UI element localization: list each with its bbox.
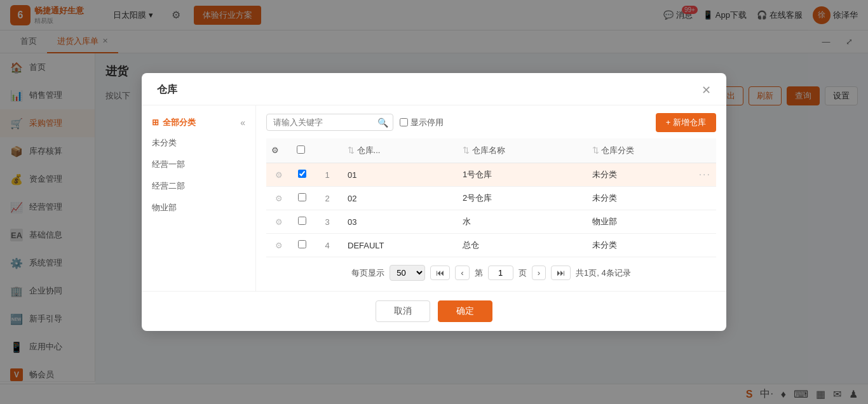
th-category: ⇅ 仓库分类 bbox=[587, 138, 716, 163]
row-gear: ⚙ bbox=[266, 234, 292, 257]
row-check[interactable] bbox=[292, 163, 312, 187]
row-gear: ⚙ bbox=[266, 187, 292, 210]
page-last-btn[interactable]: ⏭ bbox=[551, 266, 571, 280]
row-checkbox[interactable] bbox=[298, 170, 306, 178]
show-disabled-checkbox[interactable]: 显示停用 bbox=[400, 117, 444, 128]
pagination: 每页显示 50 10 20 100 ⏮ ‹ 第 页 › ⏭ 共1页, 4条记录 bbox=[266, 257, 716, 283]
th-code: ⇅ 仓库... bbox=[342, 138, 458, 163]
table-scroll: ⚙ ⇅ 仓库... ⇅ 仓库名称 bbox=[266, 138, 716, 258]
row-check[interactable] bbox=[292, 187, 312, 210]
table-header-row: ⚙ ⇅ 仓库... ⇅ 仓库名称 bbox=[266, 138, 716, 163]
all-categories-btn[interactable]: ⊞ 全部分类 bbox=[152, 117, 196, 128]
dialog-close-icon[interactable]: ✕ bbox=[702, 83, 711, 97]
dialog-body: ⊞ 全部分类 « 未分类 经营一部 经营二部 物业部 bbox=[142, 105, 726, 292]
th-no bbox=[312, 138, 342, 163]
row-check[interactable] bbox=[292, 234, 312, 257]
confirm-btn[interactable]: 确定 bbox=[438, 300, 492, 322]
table-row[interactable]: ⚙ 2 02 2号仓库 未分类 bbox=[266, 187, 716, 210]
per-page-select[interactable]: 50 10 20 100 bbox=[390, 265, 425, 281]
row-name: 2号仓库 bbox=[458, 187, 587, 210]
row-code: 01 bbox=[342, 163, 458, 187]
row-actions[interactable]: ··· bbox=[699, 169, 711, 180]
cancel-btn[interactable]: 取消 bbox=[376, 300, 430, 322]
row-gear: ⚙ bbox=[266, 163, 292, 187]
table-panel: 🔍 显示停用 + 新增仓库 ⚙ bbox=[256, 105, 726, 292]
table-row[interactable]: ⚙ 3 03 水 物业部 bbox=[266, 210, 716, 234]
row-category: 未分类 ··· bbox=[587, 163, 716, 187]
th-check bbox=[292, 138, 312, 163]
row-category: 未分类 bbox=[587, 234, 716, 257]
row-checkbox[interactable] bbox=[298, 217, 306, 225]
row-name: 1号仓库 bbox=[458, 163, 587, 187]
row-gear-icon: ⚙ bbox=[275, 217, 283, 227]
row-no: 2 bbox=[312, 187, 342, 210]
row-check[interactable] bbox=[292, 210, 312, 234]
row-code: 03 bbox=[342, 210, 458, 234]
search-input[interactable] bbox=[266, 114, 393, 131]
row-code: 02 bbox=[342, 187, 458, 210]
row-category: 物业部 bbox=[587, 210, 716, 234]
row-name: 总仓 bbox=[458, 234, 587, 257]
row-name: 水 bbox=[458, 210, 587, 234]
cat-item-property[interactable]: 物业部 bbox=[142, 197, 255, 219]
dialog-header: 仓库 ✕ bbox=[142, 73, 726, 105]
dialog-footer: 取消 确定 bbox=[142, 291, 726, 331]
show-disabled-check[interactable] bbox=[400, 118, 408, 126]
page-first-btn[interactable]: ⏮ bbox=[430, 266, 450, 280]
row-gear-icon: ⚙ bbox=[275, 194, 283, 203]
category-header: ⊞ 全部分类 « bbox=[142, 113, 255, 132]
row-no: 1 bbox=[312, 163, 342, 187]
add-warehouse-btn[interactable]: + 新增仓库 bbox=[656, 113, 716, 132]
page-prev-btn[interactable]: ‹ bbox=[455, 266, 469, 280]
row-checkbox[interactable] bbox=[298, 193, 306, 201]
dialog-title: 仓库 bbox=[157, 83, 177, 97]
row-gear-icon: ⚙ bbox=[275, 170, 283, 180]
th-name: ⇅ 仓库名称 bbox=[458, 138, 587, 163]
warehouse-table: ⚙ ⇅ 仓库... ⇅ 仓库名称 bbox=[266, 138, 716, 258]
page-input[interactable] bbox=[488, 266, 513, 280]
table-toolbar: 🔍 显示停用 + 新增仓库 bbox=[266, 113, 716, 132]
category-collapse-icon[interactable]: « bbox=[240, 118, 245, 128]
table-row[interactable]: ⚙ 4 DEFAULT 总仓 未分类 bbox=[266, 234, 716, 257]
modal-overlay: 仓库 ✕ ⊞ 全部分类 « 未分类 经营一部 bbox=[0, 0, 868, 404]
row-code: DEFAULT bbox=[342, 234, 458, 257]
table-row[interactable]: ⚙ 1 01 1号仓库 未分类 ··· bbox=[266, 163, 716, 187]
cat-item-unclassified[interactable]: 未分类 bbox=[142, 132, 255, 154]
th-gear: ⚙ bbox=[266, 138, 292, 163]
cat-item-ops2[interactable]: 经营二部 bbox=[142, 175, 255, 197]
select-all-checkbox[interactable] bbox=[297, 145, 305, 154]
page-next-btn[interactable]: › bbox=[532, 266, 546, 280]
row-gear: ⚙ bbox=[266, 210, 292, 234]
category-panel: ⊞ 全部分类 « 未分类 经营一部 经营二部 物业部 bbox=[142, 105, 256, 292]
warehouse-dialog: 仓库 ✕ ⊞ 全部分类 « 未分类 经营一部 bbox=[142, 73, 726, 332]
search-icon[interactable]: 🔍 bbox=[377, 118, 388, 128]
row-checkbox[interactable] bbox=[298, 240, 306, 248]
cat-item-ops1[interactable]: 经营一部 bbox=[142, 154, 255, 175]
row-no: 3 bbox=[312, 210, 342, 234]
row-no: 4 bbox=[312, 234, 342, 257]
search-wrap: 🔍 bbox=[266, 114, 393, 131]
row-category: 未分类 bbox=[587, 187, 716, 210]
row-gear-icon: ⚙ bbox=[275, 241, 283, 250]
